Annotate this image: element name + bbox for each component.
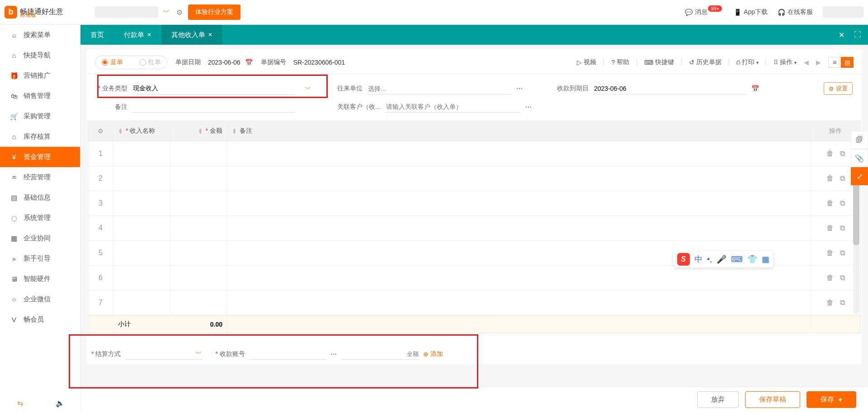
cell-note[interactable] (227, 290, 811, 315)
copy-icon[interactable]: ⧉ (840, 199, 845, 207)
col-amount[interactable]: ▲▼ 金额 (170, 121, 227, 141)
col-note[interactable]: ▲▼ 备注 (227, 121, 811, 141)
sidebar-collapse-button[interactable]: ⇆ (0, 394, 40, 412)
float-attach-icon[interactable]: 📎 (851, 149, 868, 167)
view-form-icon[interactable]: ▤ (841, 57, 854, 68)
ime-keyboard-icon[interactable]: ⌨ (731, 254, 743, 264)
chevron-down-icon[interactable]: ﹀ (305, 85, 311, 93)
table-row[interactable]: 7🗑⧉ (88, 290, 860, 315)
org-selector[interactable]: ﹀ (95, 6, 170, 18)
calendar-icon[interactable]: 📅 (751, 85, 759, 92)
prev-icon[interactable]: ◀ (804, 59, 809, 66)
copy-icon[interactable]: ⧉ (840, 174, 845, 183)
cell-amount[interactable] (170, 266, 227, 290)
vendor-input[interactable] (367, 83, 512, 94)
settle-method-input[interactable] (124, 349, 203, 360)
cell-income-name[interactable] (113, 141, 170, 166)
sidebar-item-0[interactable]: ⌕搜索菜单 (0, 25, 80, 45)
cell-income-name[interactable] (113, 191, 170, 215)
cell-income-name[interactable] (113, 166, 170, 191)
next-icon[interactable]: ▶ (816, 59, 821, 66)
discard-button[interactable]: 放弃 (697, 391, 739, 408)
ime-mic-icon[interactable]: 🎤 (717, 254, 726, 264)
cell-amount[interactable] (170, 290, 227, 315)
sidebar-item-1[interactable]: ⌂快捷导航 (0, 45, 80, 66)
delete-icon[interactable]: 🗑 (826, 274, 834, 282)
toolbar-btn-2[interactable]: ⌨快捷键 (644, 58, 674, 66)
sidebar-sound-button[interactable]: 🔈 (40, 394, 80, 412)
radio-blue[interactable]: 蓝单 (102, 58, 123, 66)
delete-icon[interactable]: 🗑 (826, 299, 834, 307)
sidebar-item-13[interactable]: ○企业微信 (0, 289, 80, 309)
toolbar-btn-0[interactable]: ▷视频 (577, 58, 596, 66)
user-avatar[interactable] (823, 6, 863, 18)
chevron-down-icon[interactable]: ﹀ (195, 350, 202, 358)
tab-1[interactable]: 付款单✕ (114, 25, 161, 45)
sidebar-item-6[interactable]: ¥资金管理 (0, 147, 80, 167)
settings-button[interactable]: ⚙ 设置 (824, 82, 853, 95)
sidebar-item-9[interactable]: ◌系统管理 (0, 208, 80, 228)
save-button[interactable]: 保存 ▾ (807, 391, 856, 408)
table-row[interactable]: 4🗑⧉ (88, 215, 860, 240)
related-customer-input[interactable] (385, 101, 521, 112)
table-row[interactable]: 2🗑⧉ (88, 166, 860, 191)
cell-note[interactable] (227, 216, 811, 240)
cell-amount[interactable] (170, 166, 227, 191)
col-income-name[interactable]: ▲▼ 收入名称 (113, 121, 170, 141)
copy-icon[interactable]: ⧉ (840, 150, 845, 158)
delete-icon[interactable]: 🗑 (826, 199, 834, 207)
gear-icon[interactable]: ⚙ (176, 8, 183, 17)
remark-input[interactable] (132, 101, 295, 112)
copy-icon[interactable]: ⧉ (840, 249, 845, 257)
cell-note[interactable] (227, 141, 811, 166)
sidebar-item-4[interactable]: 🛒采购管理 (0, 106, 80, 126)
save-draft-button[interactable]: 保存草稿 (745, 391, 800, 408)
view-list-icon[interactable]: ≡ (828, 57, 841, 68)
cell-income-name[interactable] (113, 216, 170, 240)
sidebar-item-14[interactable]: V畅会员 (0, 309, 80, 330)
more-icon[interactable]: ⋯ (516, 85, 524, 92)
sidebar-item-7[interactable]: ≐经营管理 (0, 167, 80, 187)
table-settings-icon[interactable]: ⚙ (88, 121, 113, 141)
due-date-input[interactable] (593, 83, 747, 94)
settle-account-input[interactable] (249, 349, 327, 360)
tab-0[interactable]: 首页 (80, 25, 114, 45)
cell-note[interactable] (227, 191, 811, 215)
more-icon[interactable]: ⋯ (330, 351, 338, 358)
table-row[interactable]: 6🗑⧉ (88, 265, 860, 290)
delete-icon[interactable]: 🗑 (826, 150, 834, 158)
table-row[interactable]: 3🗑⧉ (88, 191, 860, 215)
table-row[interactable]: 1🗑⧉ (88, 141, 860, 166)
sidebar-item-2[interactable]: 🎁营销推广 (0, 66, 80, 86)
cell-amount[interactable] (170, 241, 227, 265)
cell-amount[interactable] (170, 141, 227, 166)
float-note-icon[interactable]: 🗐 (851, 131, 868, 149)
doc-date-value[interactable]: 2023-06-06 (208, 59, 241, 66)
delete-icon[interactable]: 🗑 (826, 224, 834, 232)
cell-income-name[interactable] (113, 266, 170, 290)
delete-icon[interactable]: 🗑 (826, 174, 834, 183)
toolbar-btn-3[interactable]: ↺历史单据 (689, 58, 722, 66)
cell-income-name[interactable] (113, 241, 170, 265)
sidebar-item-10[interactable]: ▦企业协同 (0, 228, 80, 248)
copy-icon[interactable]: ⧉ (840, 274, 845, 282)
toolbar-btn-1[interactable]: ?帮助 (611, 58, 629, 66)
sidebar-item-11[interactable]: »新手引导 (0, 248, 80, 269)
cell-note[interactable] (227, 266, 811, 290)
more-icon[interactable]: ⋯ (525, 103, 533, 111)
tab-2[interactable]: 其他收入单✕ (161, 25, 222, 45)
ime-skin-icon[interactable]: 👕 (747, 254, 757, 264)
close-icon[interactable]: ✕ (147, 32, 151, 38)
ime-toolbox-icon[interactable]: ▦ (762, 254, 769, 264)
radio-red[interactable]: 红单 (140, 58, 161, 66)
tab-expand-icon[interactable]: ⛶ (851, 28, 864, 42)
toolbar-btn-5[interactable]: ⠿操作▾ (774, 58, 797, 66)
settle-amount-input[interactable] (341, 349, 420, 360)
ime-toolbar[interactable]: S 中 •, 🎤 ⌨ 👕 ▦ (674, 251, 773, 267)
sidebar-item-5[interactable]: ⌂库存核算 (0, 126, 80, 147)
sidebar-item-3[interactable]: 🛍销售管理 (0, 86, 80, 106)
business-type-input[interactable] (132, 83, 295, 94)
add-settlement-button[interactable]: ⊕ 添加 (423, 350, 443, 358)
toolbar-btn-4[interactable]: ⎙打印▾ (736, 58, 759, 66)
cell-income-name[interactable] (113, 290, 170, 315)
